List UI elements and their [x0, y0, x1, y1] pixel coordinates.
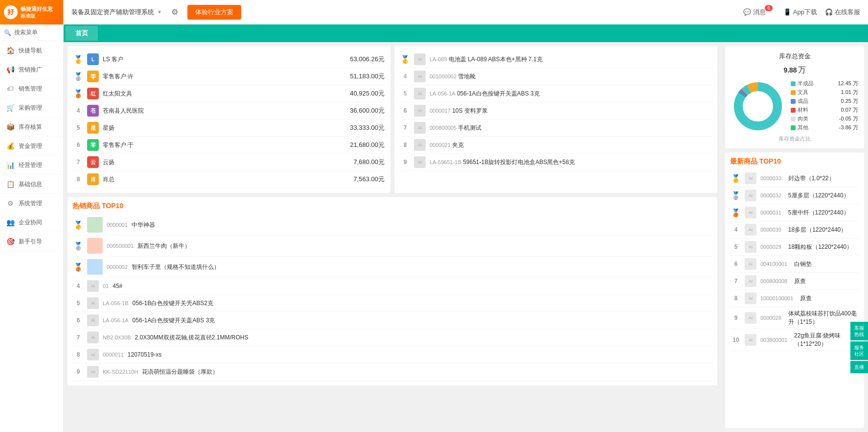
- message-icon: 💬: [743, 8, 751, 16]
- product-thumb: Ai: [414, 88, 426, 99]
- sidebar-item-system[interactable]: ⚙ 系统管理: [0, 194, 63, 213]
- chart-footnote: 库存资金占比: [731, 135, 858, 143]
- system-selector[interactable]: 装备及固定资产辅助管理系统 ▼: [71, 8, 162, 17]
- new-products-title: 最新商品 TOP10: [730, 157, 859, 166]
- chart-area: 半成品 12.45 万 文具 1.01 万 成品 0.25 万: [731, 79, 858, 133]
- new-product-item[interactable]: 🥇 Ai 0000033 封边带（1.0*22）: [730, 170, 859, 187]
- np-thumb: Ai: [745, 207, 756, 218]
- new-product-item[interactable]: 🥈 Ai 0000032 5厘多层（1220*2440）: [730, 187, 859, 204]
- sidebar: 好 畅捷通好生意 标准版 🔍 搜索菜单 🏠 快捷导航 📢 营销推广 🏷 销售管理…: [0, 0, 64, 432]
- product-thumb: Ai: [414, 53, 426, 65]
- customer-rank-item[interactable]: 6 零 零售客户·于 21,680.00元: [72, 137, 386, 154]
- customer-rank-item[interactable]: 🥇 L LS 客户 53,006.26元: [72, 51, 386, 68]
- product-thumb-gray: Ai: [87, 314, 99, 326]
- logo-icon: 好: [4, 5, 18, 19]
- legend-item: 半成品 12.45 万: [791, 80, 858, 87]
- sidebar-item-marketing[interactable]: 📢 营销推广: [0, 60, 63, 79]
- legend-dot: [791, 125, 796, 130]
- customer-amount: 51,183.00元: [350, 72, 385, 81]
- np-thumb: Ai: [745, 190, 756, 201]
- customer-badge: 红: [87, 88, 99, 99]
- new-product-item[interactable]: 🥉 Ai 0000031 5厘中纤（1220*2440）: [730, 204, 859, 221]
- inventory-amount: 9.88万: [731, 63, 858, 75]
- hot-product-item[interactable]: 🥈 000500001 新西兰牛肉（新牛）: [72, 236, 712, 257]
- np-thumb: Ai: [745, 334, 756, 346]
- customer-rank-item[interactable]: 4 苍 苍南县人民医院 36,600.00元: [72, 102, 386, 120]
- bronze-medal-icon: 🥉: [73, 89, 83, 98]
- legend-item: 成品 0.25 万: [791, 97, 858, 105]
- new-product-item[interactable]: 10 Ai 003800001 22g鱼豆腐·烧烤味（1*12*20）: [730, 329, 859, 351]
- sidebar-item-guide[interactable]: 🎯 新手引导: [0, 232, 63, 251]
- new-product-item[interactable]: 9 Ai 0000028 体斌荔枝味苏打饮品400毫升（1*15）: [730, 307, 859, 329]
- trial-button[interactable]: 体验行业方案: [187, 5, 241, 20]
- sidebar-item-finance[interactable]: 💰 资金管理: [0, 137, 63, 156]
- tab-home[interactable]: 首页: [66, 26, 98, 41]
- customer-rank-item[interactable]: 🥈 零 零售客户·许 51,183.00元: [72, 68, 386, 85]
- sidebar-item-quick-nav[interactable]: 🏠 快捷导航: [0, 41, 63, 60]
- legend-item: 材料 0.07 万: [791, 106, 858, 114]
- customer-rank-item[interactable]: 8 肖 肖总 7,563.00元: [72, 171, 386, 188]
- legend-dot: [791, 99, 796, 104]
- customer-rank-item[interactable]: 7 云 云扬 7,680.00元: [72, 154, 386, 171]
- sidebar-item-purchase[interactable]: 🛒 采购管理: [0, 98, 63, 118]
- customer-rank-item[interactable]: 🥉 红 红太阳文具 40,925.00元: [72, 85, 386, 102]
- search-menu[interactable]: 🔍 搜索菜单: [0, 24, 63, 41]
- search-icon: 🔍: [4, 29, 11, 36]
- product-thumb: Ai: [414, 139, 426, 151]
- customer-amount: 21,680.00元: [350, 141, 385, 149]
- customer-amount: 36,600.00元: [350, 106, 385, 115]
- sidebar-item-inventory[interactable]: 📦 库存核算: [0, 118, 63, 137]
- new-products-panel: 最新商品 TOP10 🥇 Ai 0000033 封边带（1.0*22） 🥈 Ai…: [725, 152, 864, 428]
- product-rank-item[interactable]: 8 Ai 0000021 夹克: [399, 137, 712, 154]
- operations-icon: 📊: [6, 161, 15, 169]
- chevron-down-icon: ▼: [157, 9, 162, 15]
- np-thumb: Ai: [745, 258, 756, 270]
- hot-product-item[interactable]: 7 Ai NB2.0X30B 2.0X30MM双搓花轴,搓花直径2.1MM/RO…: [72, 329, 712, 346]
- np-thumb: Ai: [745, 292, 756, 304]
- customer-badge: 苍: [87, 105, 99, 117]
- sidebar-item-operations[interactable]: 📊 经营管理: [0, 156, 63, 175]
- hot-product-item[interactable]: 🥇 0000001 中华神器: [72, 215, 712, 236]
- hot-product-item[interactable]: 5 Ai LA-056-1B 056-1B白色按键开关壳ABS2克: [72, 295, 712, 312]
- product-thumb-gray: Ai: [87, 366, 99, 378]
- hot-product-item[interactable]: 4 Ai 01 45#: [72, 278, 712, 295]
- service-community-button[interactable]: 服务社区: [850, 341, 868, 360]
- product-rank-item[interactable]: 5 Ai LA-056-1A 056-1A白色按键开关盖ABS 3克: [399, 85, 712, 102]
- phone-icon: 📱: [783, 8, 791, 16]
- sidebar-item-sales[interactable]: 🏷 销售管理: [0, 79, 63, 98]
- app-download-button[interactable]: 📱 App下载: [783, 8, 817, 17]
- hot-product-item[interactable]: 🥉 0000002 智利车子里（规格不知道填什么）: [72, 257, 712, 278]
- product-info: 0000021 夹克: [430, 141, 711, 149]
- new-product-item[interactable]: 7 Ai 000800008 原查: [730, 273, 859, 290]
- inventory-title: 库存总资金: [731, 52, 858, 61]
- home-icon: 🏠: [6, 46, 15, 55]
- customer-badge: 零: [87, 139, 99, 151]
- inventory-panel: 库存总资金 9.88万: [725, 46, 864, 148]
- product-rank-item[interactable]: 6 Ai 0000017 10S 变料罗浆: [399, 102, 712, 120]
- product-rank-item[interactable]: 9 Ai LA-59651-1B 59651-1B旋转投影灯电池盒ABS黑色+5…: [399, 154, 712, 171]
- sidebar-item-basic-info[interactable]: 📋 基础信息: [0, 175, 63, 194]
- customer-rank-item[interactable]: 5 星 星扬 33,333.00元: [72, 120, 386, 137]
- online-service-button[interactable]: 🎧 在线客服: [825, 8, 860, 17]
- product-rank-item[interactable]: 🥇 Ai LA-089 电池盖 LA-089 ABS本色+黑种 7.1克: [399, 51, 712, 68]
- product-image: [87, 259, 103, 275]
- message-button[interactable]: 💬 消息 6: [743, 8, 776, 17]
- system-name: 装备及固定资产辅助管理系统: [71, 8, 154, 17]
- sidebar-item-collab[interactable]: 👥 企业协同: [0, 213, 63, 232]
- new-product-item[interactable]: 8 Ai 10000100001 原查: [730, 290, 859, 307]
- finance-icon: 💰: [6, 142, 15, 150]
- service-live-button[interactable]: 直播: [850, 361, 868, 373]
- new-product-item[interactable]: 6 Ai 004100001 白钢垫: [730, 256, 859, 273]
- customer-badge: L: [87, 53, 99, 65]
- hot-product-item[interactable]: 6 Ai LA-056-1A 056-1A白色按键开关盖ABS 3克: [72, 312, 712, 329]
- product-rank-item[interactable]: 4 Ai 001000002 雪地靴: [399, 68, 712, 85]
- product-rank-item[interactable]: 7 Ai 000800005 手机测试: [399, 120, 712, 137]
- new-product-item[interactable]: 5 Ai 0000029 18颗粒板（1220*2440）: [730, 239, 859, 256]
- service-hotline-button[interactable]: 客服热线: [850, 322, 868, 340]
- hot-product-item[interactable]: 8 Ai 0000011 12070519-xs: [72, 346, 712, 363]
- settings-button[interactable]: ⚙: [168, 5, 182, 19]
- product-thumb: Ai: [414, 71, 426, 82]
- inventory-icon: 📦: [6, 122, 15, 131]
- new-product-item[interactable]: 4 Ai 0000030 18多层（1220*2440）: [730, 221, 859, 239]
- hot-product-item[interactable]: 9 Ai KK-SD22110H 花语萌恒温分题睡袋（厚款）: [72, 363, 712, 381]
